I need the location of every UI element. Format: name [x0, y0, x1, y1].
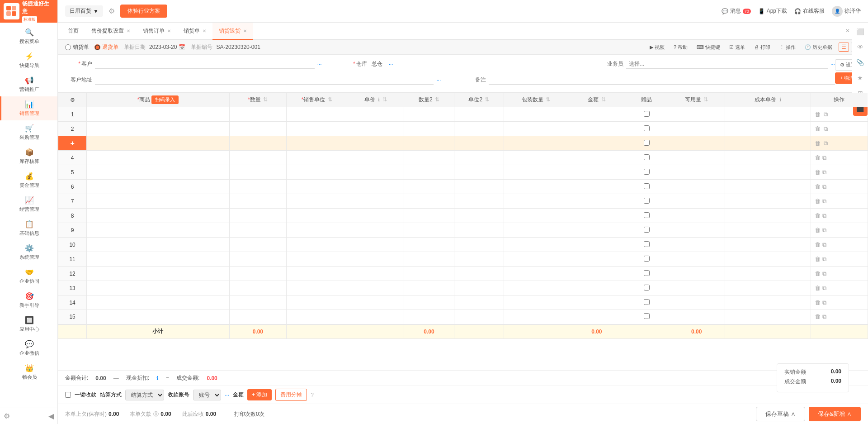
help-btn[interactable]: ? 帮助	[671, 43, 690, 52]
note-input[interactable]	[489, 75, 835, 85]
delete-icon[interactable]: 🗑	[815, 183, 821, 190]
qty2-cell[interactable]	[404, 122, 454, 136]
gift-checkbox[interactable]	[644, 270, 650, 276]
available-cell[interactable]	[668, 136, 725, 151]
gift-checkbox[interactable]	[644, 140, 650, 146]
price-cell[interactable]	[347, 122, 404, 136]
tab-close-icon[interactable]: ✕	[203, 29, 206, 33]
gift-checkbox[interactable]	[644, 154, 650, 160]
delete-icon[interactable]: 🗑	[815, 227, 821, 233]
sidebar-item-search[interactable]: 🔍 搜索菜单	[0, 24, 57, 48]
copy-icon[interactable]: ⧉	[822, 270, 826, 277]
delete-icon[interactable]: 🗑	[815, 256, 821, 262]
sidebar-item-purchase[interactable]: 🛒 采购管理	[0, 120, 57, 144]
radio-sale-input[interactable]	[65, 44, 71, 50]
customer-dots[interactable]: ···	[317, 61, 322, 67]
unit2-cell[interactable]	[454, 122, 504, 136]
tab-sales[interactable]: 销货单 ✕	[177, 23, 212, 40]
address-input[interactable]	[95, 75, 434, 85]
gift-cell[interactable]	[625, 107, 668, 122]
amount-cell[interactable]	[568, 136, 625, 151]
online-service-btn[interactable]: 🎧 在线客服	[794, 7, 825, 15]
operate-btn[interactable]: ⋮ 操作	[777, 43, 798, 52]
delete-icon[interactable]: 🗑	[815, 241, 821, 248]
qty2-cell[interactable]	[404, 136, 454, 151]
price-cell[interactable]	[347, 136, 404, 151]
sidebar-item-guide[interactable]: 🎯 新手引导	[0, 288, 57, 312]
price-cell[interactable]	[347, 107, 404, 122]
copy-icon[interactable]: ⧉	[822, 241, 826, 248]
copy-icon[interactable]: ⧉	[822, 227, 826, 233]
sidebar-item-system[interactable]: ⚙️ 系统管理	[0, 240, 57, 264]
discount-info-icon[interactable]: ℹ	[156, 375, 159, 381]
copy-icon[interactable]: ⧉	[822, 299, 826, 306]
message-btn[interactable]: 💬 消息 70	[722, 7, 751, 15]
add-btn[interactable]: + 添加	[247, 389, 272, 400]
save-new-button[interactable]: 保存&新增 ∧	[809, 407, 861, 421]
delete-icon[interactable]: 🗑	[815, 111, 821, 118]
tab-close-icon[interactable]: ✕	[243, 29, 247, 33]
copy-icon[interactable]: ⧉	[822, 256, 826, 262]
split-btn[interactable]: 费用分摊	[275, 389, 307, 401]
tab-home[interactable]: 首页	[61, 23, 85, 40]
warehouse-dots[interactable]: ···	[389, 61, 393, 67]
right-panel-btn-4[interactable]: ★	[853, 71, 868, 85]
help-icon[interactable]: ?	[311, 392, 314, 398]
method-select[interactable]: 结算方式	[125, 390, 164, 400]
salesperson-dots[interactable]: ···	[830, 61, 835, 67]
available-cell[interactable]	[668, 107, 725, 122]
one-key-checkbox[interactable]	[65, 392, 71, 398]
delete-icon[interactable]: 🗑	[815, 285, 821, 291]
copy-icon[interactable]: ⧉	[822, 212, 826, 219]
copy-icon[interactable]: ⧉	[822, 198, 826, 205]
delete-icon[interactable]: 🗑	[815, 140, 821, 147]
unit-cell[interactable]	[286, 136, 347, 151]
right-panel-btn-2[interactable]: 👁	[853, 40, 868, 54]
sidebar-item-wechat[interactable]: 💬 企业微信	[0, 336, 57, 360]
delete-icon[interactable]: 🗑	[815, 270, 821, 277]
tab-return[interactable]: 销货退货 ✕	[212, 23, 253, 40]
copy-icon[interactable]: ⧉	[822, 169, 826, 176]
gift-checkbox[interactable]	[644, 212, 650, 218]
right-panel-btn-3[interactable]: 📎	[853, 55, 868, 70]
qty-cell[interactable]	[229, 107, 286, 122]
unit-cell[interactable]	[286, 107, 347, 122]
gift-checkbox[interactable]	[644, 125, 650, 131]
unit-cell[interactable]	[286, 122, 347, 136]
pack-qty-cell[interactable]	[504, 107, 568, 122]
copy-icon[interactable]: ⧉	[824, 140, 828, 147]
topbar-settings-icon[interactable]: ⚙	[108, 7, 115, 15]
gift-cell[interactable]	[625, 136, 668, 151]
gift-checkbox[interactable]	[644, 241, 650, 247]
pack-qty-cell[interactable]	[504, 136, 568, 151]
account-dots[interactable]: ···	[225, 392, 229, 398]
gift-checkbox[interactable]	[644, 227, 650, 233]
add-row-icon[interactable]: +	[70, 139, 74, 147]
gift-checkbox[interactable]	[644, 169, 650, 175]
gift-checkbox[interactable]	[644, 256, 650, 262]
product-input-active[interactable]	[90, 140, 226, 147]
history-btn[interactable]: 🕐 历史单据	[802, 43, 835, 52]
radio-return-input[interactable]	[94, 44, 100, 50]
gift-checkbox[interactable]	[644, 183, 650, 189]
unit2-cell[interactable]	[454, 107, 504, 122]
cost-price-cell[interactable]	[725, 136, 811, 151]
copy-icon[interactable]: ⧉	[822, 285, 826, 291]
experience-button[interactable]: 体验行业方案	[120, 5, 167, 18]
product-cell[interactable]	[87, 122, 230, 136]
select-btn[interactable]: ☑ 选单	[726, 43, 748, 52]
sidebar-item-marketing[interactable]: 📢 营销推广	[0, 72, 57, 96]
video-btn[interactable]: ▶ 视频	[647, 43, 667, 52]
gift-cell[interactable]	[625, 122, 668, 136]
tab-close-icon[interactable]: ✕	[127, 29, 130, 33]
scan-button[interactable]: 扫码录入	[151, 95, 179, 104]
radio-sale[interactable]: 销货单	[65, 43, 89, 51]
th-settings[interactable]: ⚙	[58, 93, 87, 107]
shortcut-btn[interactable]: ⌨ 快捷键	[694, 43, 723, 52]
available-cell[interactable]	[668, 122, 725, 136]
qty-cell[interactable]	[229, 136, 286, 151]
salesperson-input[interactable]	[626, 59, 828, 69]
gift-checkbox[interactable]	[644, 111, 650, 117]
delete-icon[interactable]: 🗑	[815, 125, 821, 132]
tab-close-icon[interactable]: ✕	[167, 29, 171, 33]
